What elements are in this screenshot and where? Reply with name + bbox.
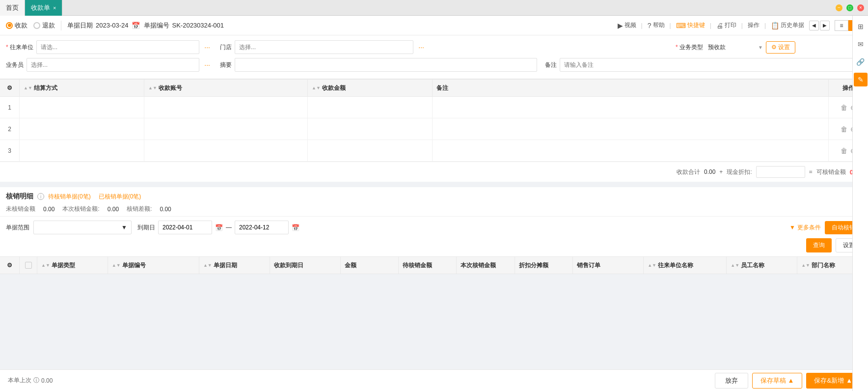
video-btn[interactable]: ▶ 视频 <box>618 21 636 29</box>
wcol-checkbox[interactable] <box>20 257 37 274</box>
store-input[interactable] <box>235 40 413 54</box>
sort-icon-date[interactable]: ▲▼ <box>203 263 212 268</box>
minimize-button[interactable]: − <box>836 4 842 11</box>
due-date-end-input[interactable] <box>235 221 289 234</box>
sidebar-link-icon[interactable]: 🔗 <box>854 55 868 69</box>
doc-type-label: 单据类型 <box>52 261 75 270</box>
row-1-method[interactable] <box>20 97 144 118</box>
maximize-button[interactable]: □ <box>846 4 853 11</box>
list-view-btn[interactable]: ≡ <box>835 20 848 31</box>
next-btn[interactable]: ▶ <box>820 21 830 30</box>
store-more-btn[interactable]: ··· <box>416 43 426 51</box>
scope-select[interactable]: ▼ <box>33 221 132 234</box>
row-2-delete-btn[interactable]: 🗑 <box>841 125 847 133</box>
sidebar-mail-icon[interactable]: ✉ <box>854 37 868 51</box>
row-1-delete-btn[interactable]: 🗑 <box>841 104 847 112</box>
sort-icon-docnum[interactable]: ▲▼ <box>112 263 121 268</box>
select-all-checkbox[interactable] <box>25 262 32 269</box>
row-3-remark[interactable] <box>433 140 829 161</box>
cal-icon-2[interactable]: 📅 <box>292 224 299 231</box>
save-draft-button[interactable]: 保存草稿 ▲ <box>752 373 803 389</box>
help-btn[interactable]: ? 帮助 <box>648 21 665 29</box>
more-conditions-btn[interactable]: ▼ 更多条件 <box>789 223 821 232</box>
history-icon: 📋 <box>771 22 779 29</box>
draft-dropdown-icon[interactable]: ▲ <box>788 377 794 384</box>
close-button[interactable]: × <box>857 4 864 11</box>
sort-icon-staff[interactable]: ▲▼ <box>731 263 739 268</box>
store-label: 门店 <box>220 43 232 52</box>
row-1-account[interactable] <box>144 97 308 118</box>
calendar-icon[interactable]: 📅 <box>132 22 140 29</box>
row-3-amount[interactable] <box>308 140 433 161</box>
history-label: 历史单据 <box>781 21 804 29</box>
row-3-account[interactable] <box>144 140 308 161</box>
row-2-remark[interactable] <box>433 118 829 140</box>
row-2-account[interactable] <box>144 118 308 140</box>
row-3-delete-btn[interactable]: 🗑 <box>841 147 847 155</box>
date-info: 单据日期 2023-03-24 📅 <box>67 21 140 30</box>
sort-icon-2[interactable]: ▲▼ <box>148 85 157 90</box>
tab-home[interactable]: 首页 <box>0 0 25 16</box>
tab-done[interactable]: 已核销单据(0笔) <box>99 193 141 201</box>
row-2-method[interactable] <box>20 118 144 140</box>
operation-btn[interactable]: 操作 <box>748 21 760 29</box>
sort-icon[interactable]: ▲▼ <box>24 85 32 90</box>
sort-icon-type[interactable]: ▲▼ <box>41 263 50 268</box>
note-input[interactable] <box>560 58 862 72</box>
business-type-value: 预收款 <box>708 43 726 52</box>
wcol-doc-date: ▲▼ 单据日期 <box>199 257 270 274</box>
tab-receipt-close[interactable]: × <box>53 5 56 11</box>
writeoff-info-icon[interactable]: i <box>37 193 44 200</box>
refund-radio[interactable]: 退款 <box>33 21 55 30</box>
summary-field: 摘要 <box>220 58 537 72</box>
discount-input[interactable] <box>756 166 805 178</box>
cal-icon-1[interactable]: 📅 <box>215 224 223 231</box>
row-1-amount[interactable] <box>308 97 433 118</box>
thistime-header: 本次核销金额 <box>461 261 496 270</box>
note-field: 备注 <box>545 58 862 72</box>
sidebar-table-icon[interactable]: ⊞ <box>854 20 868 33</box>
contact-input[interactable] <box>36 40 199 54</box>
receipt-radio[interactable]: 收款 <box>6 21 27 30</box>
writeoff-section: 核销明细 i 待核销单据(0笔) 已核销单据(0笔) 未核销金额 0.00 本次… <box>0 186 868 274</box>
summary-input[interactable] <box>235 58 537 72</box>
discard-button[interactable]: 放弃 <box>715 373 748 389</box>
tab-pending[interactable]: 待核销单据(0笔) <box>48 193 91 201</box>
bottom-info-icon[interactable]: ⓘ <box>33 376 39 385</box>
row-3-method[interactable] <box>20 140 144 161</box>
table-row: 2 🗑 ⊕ <box>0 118 868 140</box>
business-type-dropdown-icon[interactable]: ▼ <box>758 45 763 50</box>
bottom-info-value: 0.00 <box>41 377 53 384</box>
total-value: 0.00 <box>704 168 715 175</box>
sort-icon-dept[interactable]: ▲▼ <box>801 263 810 268</box>
wcol-discount: 折扣分摊额 <box>515 257 573 274</box>
wcol-doc-type: ▲▼ 单据类型 <box>37 257 108 274</box>
row-1-remark[interactable] <box>433 97 829 118</box>
save-dropdown-icon[interactable]: ▲ <box>846 377 852 384</box>
total-label: 收款合计 <box>677 168 700 176</box>
col-account: ▲▼ 收款账号 <box>144 80 308 96</box>
settings-btn[interactable]: ⚙ 设置 <box>766 41 795 54</box>
history-btn[interactable]: 📋 历史单据 <box>771 21 804 29</box>
sort-icon-3[interactable]: ▲▼ <box>312 85 321 90</box>
staff-input[interactable] <box>27 58 199 72</box>
due-date-start-input[interactable] <box>158 221 212 234</box>
table-settings-col[interactable]: ⚙ <box>0 80 20 96</box>
contact-more-btn[interactable]: ··· <box>202 43 212 51</box>
shortcut-btn[interactable]: ⌨ 快捷键 <box>676 21 705 29</box>
business-type-label: 业务类型 <box>676 43 703 52</box>
due-date-label: 到期日 <box>137 223 155 232</box>
business-type-field: 业务类型 预收款 ▼ ⚙ 设置 <box>676 41 862 54</box>
prev-btn[interactable]: ◀ <box>809 21 819 30</box>
writeoff-query-row: 查询 设置 <box>0 238 868 256</box>
print-btn[interactable]: 🖨 打印 <box>716 21 736 29</box>
query-btn[interactable]: 查询 <box>806 238 832 252</box>
tab-receipt[interactable]: 收款单 × <box>25 0 62 16</box>
staff-more-btn[interactable]: ··· <box>202 61 212 69</box>
sort-icon-contact[interactable]: ▲▼ <box>648 263 656 268</box>
sidebar-edit-icon[interactable]: ✎ <box>854 73 868 86</box>
writeoff-tabs: 待核销单据(0笔) 已核销单据(0笔) <box>48 193 141 201</box>
wcol-settings[interactable]: ⚙ <box>0 257 20 274</box>
row-2-amount[interactable] <box>308 118 433 140</box>
col-method: ▲▼ 结算方式 <box>20 80 144 96</box>
